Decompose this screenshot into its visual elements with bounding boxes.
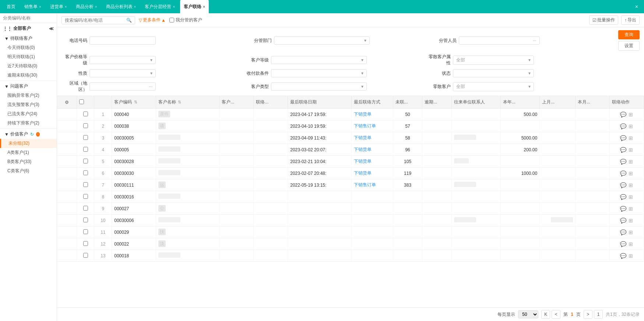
last-way-link[interactable]: 下销售订单: [354, 182, 376, 187]
sidebar-item-overdue[interactable]: 逾期未联络(30): [0, 71, 57, 80]
message-icon[interactable]: 💬: [620, 112, 626, 117]
th-name[interactable]: 客户名称 ⇅: [156, 96, 219, 109]
refresh-icon[interactable]: ↻: [30, 132, 34, 137]
prev-page-btn[interactable]: <: [552, 310, 560, 319]
row-checkbox[interactable]: [83, 159, 88, 163]
close-sales-tab[interactable]: ×: [39, 5, 41, 9]
tab-customer-segment[interactable]: 客户分层经营 ×: [141, 0, 179, 13]
first-page-btn[interactable]: K: [541, 310, 550, 319]
grid-action-icon[interactable]: ⊞: [629, 218, 633, 223]
th-code[interactable]: 客户编码 ⇅: [112, 96, 156, 109]
sidebar-item-c-class[interactable]: C类客户(6): [0, 166, 57, 176]
status-select[interactable]: ▾: [453, 69, 534, 77]
message-icon[interactable]: 💬: [620, 218, 626, 223]
price-level-select[interactable]: ▾: [89, 56, 156, 64]
select-all-checkbox[interactable]: [79, 99, 84, 104]
message-icon[interactable]: 💬: [620, 253, 626, 259]
grid-action-icon[interactable]: ⊞: [629, 182, 633, 188]
close-customer-contact-tab[interactable]: ×: [203, 5, 205, 9]
sidebar-item-b-class[interactable]: B类客户(33): [0, 157, 57, 166]
resize-year[interactable]: [538, 96, 539, 108]
th-settings[interactable]: ⚙: [57, 96, 77, 109]
message-icon[interactable]: 💬: [620, 182, 626, 188]
resize-code[interactable]: [154, 96, 156, 108]
message-icon[interactable]: 💬: [620, 123, 626, 129]
resize-last-date[interactable]: [350, 96, 351, 108]
grid-action-icon[interactable]: ⊞: [629, 135, 633, 141]
tab-analysis-list[interactable]: 商品分析列表 ×: [102, 0, 140, 13]
resize-unit[interactable]: [499, 96, 500, 108]
sidebar-item-churned[interactable]: 已流失客户(24): [0, 109, 57, 119]
row-checkbox[interactable]: [83, 229, 88, 234]
message-icon[interactable]: 💬: [620, 229, 626, 235]
grid-action-icon[interactable]: ⊞: [629, 241, 633, 247]
sidebar-item-today[interactable]: 今天待联络(0): [0, 43, 57, 52]
row-checkbox[interactable]: [83, 112, 88, 116]
reset-button[interactable]: 设置: [618, 41, 640, 51]
page-size-select[interactable]: 50 100: [518, 310, 538, 318]
export-button[interactable]: ↑ 导出: [621, 15, 640, 25]
last-way-link[interactable]: 下销货单: [354, 147, 372, 152]
window-close-button[interactable]: ×: [632, 2, 641, 11]
message-icon[interactable]: 💬: [620, 135, 626, 141]
resize-last-way[interactable]: [391, 96, 393, 108]
grid-action-icon[interactable]: ⊞: [629, 229, 633, 235]
row-checkbox[interactable]: [83, 218, 88, 222]
resize-last-month[interactable]: [574, 96, 575, 108]
tab-customer-contact[interactable]: 客户联络 ×: [180, 0, 209, 13]
person-input[interactable]: ···: [459, 36, 540, 45]
sidebar-item-churn-warn[interactable]: 流失预警客户(3): [0, 100, 57, 109]
sidebar-group-problem[interactable]: ▼ 问题客户: [0, 82, 57, 91]
sidebar-item-ungroup[interactable]: 未分组(32): [0, 139, 57, 148]
message-icon[interactable]: 💬: [620, 241, 626, 247]
row-checkbox[interactable]: [83, 253, 88, 258]
nature-select[interactable]: ▾: [89, 69, 156, 77]
row-checkbox[interactable]: [83, 135, 88, 140]
row-checkbox[interactable]: [83, 170, 88, 175]
grid-action-icon[interactable]: ⊞: [629, 170, 633, 176]
resize-name[interactable]: [218, 96, 219, 108]
last-way-link[interactable]: 下销货单: [354, 170, 372, 176]
grid-action-icon[interactable]: ⊞: [629, 147, 633, 153]
resize-contact[interactable]: [286, 96, 288, 108]
message-icon[interactable]: 💬: [620, 147, 626, 153]
grid-action-icon[interactable]: ⊞: [629, 123, 633, 129]
resize-this-month[interactable]: [608, 96, 609, 108]
next-page-btn[interactable]: >: [584, 310, 592, 319]
last-way-link[interactable]: 下销货单: [354, 112, 372, 117]
search-input[interactable]: [65, 18, 125, 23]
last-way-link[interactable]: 下销货单: [354, 135, 372, 140]
tab-purchase[interactable]: 进货单 ×: [46, 0, 71, 13]
search-icon[interactable]: 🔍: [126, 18, 132, 23]
collapse-icon[interactable]: ≪: [49, 26, 54, 31]
row-checkbox[interactable]: [83, 241, 88, 246]
sidebar-item-7days[interactable]: 近7天待联络(0): [0, 61, 57, 71]
customer-level-select[interactable]: ▾: [271, 56, 367, 64]
sidebar-group-pending[interactable]: ▼ 待联络客户: [0, 34, 57, 43]
row-checkbox[interactable]: [83, 182, 88, 187]
dept-select[interactable]: ▾: [274, 36, 370, 45]
message-icon[interactable]: 💬: [620, 194, 626, 200]
sidebar-item-declining[interactable]: 持续下滑客户(2): [0, 119, 57, 128]
sidebar-item-tomorrow[interactable]: 明天待联络(1): [0, 52, 57, 61]
message-icon[interactable]: 💬: [620, 206, 626, 212]
grid-action-icon[interactable]: ⊞: [629, 253, 633, 259]
region-select[interactable]: ···: [89, 82, 156, 91]
close-analysis-tab[interactable]: ×: [95, 5, 97, 9]
sidebar-all-customers[interactable]: ⋮⋮ 全部客户 ≪: [0, 23, 57, 34]
row-checkbox[interactable]: [83, 194, 88, 199]
row-checkbox[interactable]: [83, 206, 88, 211]
sidebar-item-abnormal[interactable]: 囤购异常客户(2): [0, 91, 57, 100]
grid-action-icon[interactable]: ⊞: [629, 194, 633, 200]
query-button[interactable]: 查询: [618, 30, 640, 39]
grid-action-icon[interactable]: ⊞: [629, 206, 633, 212]
last-way-link[interactable]: 下销货单: [354, 159, 372, 164]
phone-input[interactable]: [89, 36, 156, 45]
customer-type-select[interactable]: ▾: [271, 82, 367, 91]
message-icon[interactable]: 💬: [620, 170, 626, 176]
last-way-link[interactable]: 下销售订单: [354, 123, 376, 128]
tab-analysis[interactable]: 商品分析 ×: [72, 0, 101, 13]
grid-action-icon[interactable]: ⊞: [629, 159, 633, 165]
grid-action-icon[interactable]: ⊞: [629, 112, 633, 117]
my-customers-checkbox[interactable]: 我分管的客户: [169, 17, 202, 23]
